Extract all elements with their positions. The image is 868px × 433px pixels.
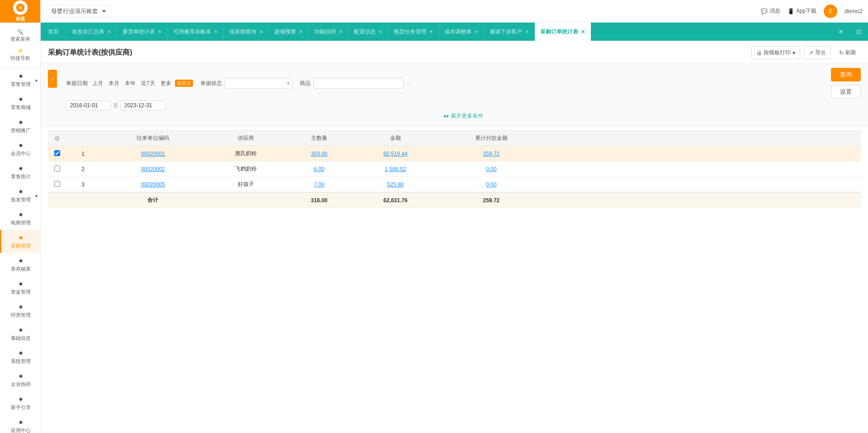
th-supplier-code: 往来单位编码	[100, 131, 206, 146]
tab-close-requisition-stats[interactable]: ✕	[158, 29, 162, 35]
tab-close-pick-task[interactable]: ✕	[429, 29, 433, 35]
cell-amount-0[interactable]: 60,519.44	[353, 146, 438, 162]
sidebar-item-retail-mgmt[interactable]: ●零售管理▲	[0, 68, 40, 91]
close-tab-btn[interactable]: ✕	[832, 23, 850, 41]
app-download-btn[interactable]: 📱 App下载	[788, 7, 816, 15]
sidebar-item-label-marketing: 营销推广	[11, 127, 31, 134]
sidebar-item-enterprise[interactable]: ●企业协同	[0, 368, 40, 391]
status-label: 单据状态	[200, 80, 222, 87]
template-print-btn[interactable]: 🖨 按模板打印 ▾	[751, 46, 800, 59]
expand-btn[interactable]: ▾▾ 展开更多条件	[443, 112, 483, 120]
page-actions: 🖨 按模板打印 ▾ ↗ 导出 ↻ 刷新	[751, 46, 861, 59]
tab-close-receive-send[interactable]: ✕	[107, 29, 111, 35]
tab-close-expiry-query[interactable]: ✕	[259, 29, 263, 35]
sidebar-item-finance[interactable]: ●资金管理	[0, 276, 40, 299]
goods-label: 商品	[300, 80, 311, 87]
company-selector[interactable]: 母婴行业演示账套	[46, 5, 112, 18]
tab-close-overstock-alert[interactable]: ✕	[299, 29, 303, 35]
date-range-row: 至	[66, 100, 861, 110]
tab-close-func-desc[interactable]: ✕	[339, 29, 343, 35]
cell-code-0[interactable]: 00020001	[100, 146, 206, 162]
sidebar-item-sys-mgmt[interactable]: ●系统管理	[0, 345, 40, 368]
cell-paid-1[interactable]: 0.00	[438, 162, 544, 177]
cell-qty-0[interactable]: 303.00	[286, 146, 353, 162]
sidebar-item-label-app-center: 应用中心	[11, 427, 31, 433]
sidebar-item-operations[interactable]: ●经营管理	[0, 299, 40, 322]
nav-tab-config-info[interactable]: 配置信息✕	[349, 23, 388, 41]
shortcut-last-7days[interactable]: 近7天	[139, 79, 157, 88]
nav-tab-usable-inventory[interactable]: 可用量库存账本✕	[168, 23, 224, 41]
nav-icon-app-center: ●	[19, 418, 23, 426]
cell-amount-1[interactable]: 1,586.52	[353, 162, 438, 177]
cell-qty-2[interactable]: 7.00	[286, 177, 353, 193]
nav-tab-overstock-alert[interactable]: 超储预警✕	[269, 23, 309, 41]
tab-close-cost-adjust[interactable]: ✕	[474, 29, 478, 35]
user-avatar[interactable]: E	[824, 5, 837, 18]
shortcut-more[interactable]: 更多	[159, 79, 173, 88]
cell-checkbox-2[interactable]	[48, 177, 66, 193]
shortcut-nav-item[interactable]: ⚡ 快捷导航	[2, 45, 38, 64]
tab-close-config-info[interactable]: ✕	[378, 29, 382, 35]
goods-filter-item: 商品 ···	[300, 78, 411, 89]
cell-extra-0	[544, 146, 861, 162]
tab-close-usable-inventory[interactable]: ✕	[214, 29, 218, 35]
tabs-container: 首页收发存汇总表✕要货单统计表✕可用量库存账本✕保质期查询✕超储预警✕功能说明✕…	[41, 23, 832, 41]
sidebar-item-member[interactable]: ●会员中心	[0, 138, 40, 161]
nav-tab-pick-task[interactable]: 拣货任务管理✕	[388, 23, 439, 41]
cell-paid-2[interactable]: 0.00	[438, 177, 544, 193]
shortcut-this-month[interactable]: 本月	[107, 79, 121, 88]
shortcut-last-month[interactable]: 上月	[90, 79, 105, 88]
sidebar-item-purchase[interactable]: ●采购管理	[0, 230, 40, 253]
sidebar-item-retail-shop[interactable]: ●零售商城	[0, 91, 40, 114]
nav-tab-invite-downstream[interactable]: 邀请下游客户✕	[484, 23, 535, 41]
tab-label-home: 首页	[48, 28, 59, 36]
query-btn[interactable]: 查询	[831, 68, 861, 81]
maximize-btn[interactable]: ⊡	[850, 23, 868, 41]
table-row: 1 00020001 惠氏奶粉 303.00 60,519.44 259.72	[48, 146, 861, 162]
nav-tab-receive-send[interactable]: 收发存汇总表✕	[66, 23, 117, 41]
sidebar-item-ecommerce[interactable]: ●电商管理	[0, 207, 40, 230]
nav-arrow-retail-mgmt: ▲	[34, 78, 38, 82]
nav-tab-func-desc[interactable]: 功能说明✕	[309, 23, 349, 41]
nav-icon-enterprise: ●	[19, 372, 23, 380]
cell-code-2[interactable]: 00020005	[100, 177, 206, 193]
sidebar-search-section: 🔍 搜索菜单 ⚡ 快捷导航	[0, 23, 40, 68]
sidebar-item-basic-info[interactable]: ●基础信息	[0, 322, 40, 345]
nav-tab-expiry-query[interactable]: 保质期查询✕	[224, 23, 269, 41]
settings-btn[interactable]: 设置	[831, 85, 861, 99]
nav-tab-home[interactable]: 首页	[41, 23, 66, 41]
gear-icon[interactable]: ⚙	[54, 135, 60, 142]
date-to-input[interactable]	[120, 100, 165, 110]
sidebar-item-marketing[interactable]: ●营销推广	[0, 114, 40, 138]
sidebar-item-retail-stats[interactable]: ●零售统计	[0, 161, 40, 184]
search-menu-item[interactable]: 🔍 搜索菜单	[2, 26, 38, 45]
print-icon: 🖨	[756, 50, 762, 56]
cell-amount-2[interactable]: 525.80	[353, 177, 438, 193]
shortcut-this-year[interactable]: 本年	[123, 79, 137, 88]
tab-close-invite-downstream[interactable]: ✕	[525, 29, 529, 35]
filter-area: › 单据日期 上月 本月 本年 近7天	[41, 63, 868, 127]
cell-paid-0[interactable]: 259.72	[438, 146, 544, 162]
export-btn[interactable]: ↗ 导出	[804, 46, 831, 59]
cell-qty-1[interactable]: 6.00	[286, 162, 353, 177]
filter-toggle-btn[interactable]: ›	[48, 70, 57, 88]
sidebar-item-new-guide[interactable]: ●新手引导	[0, 391, 40, 414]
nav-tab-purchase-order-stats[interactable]: 采购订单统计表✕	[535, 23, 591, 41]
cell-code-1[interactable]: 00020002	[100, 162, 206, 177]
sidebar-item-app-center[interactable]: ●应用中心	[0, 414, 40, 433]
topbar: 母婴行业演示账套 💬 消息 📱 App下载 E demo2	[41, 0, 868, 23]
cell-checkbox-1[interactable]	[48, 162, 66, 177]
nav-tab-cost-adjust[interactable]: 成本调整单✕	[439, 23, 484, 41]
cell-checkbox-0[interactable]	[48, 146, 66, 162]
nav-tab-requisition-stats[interactable]: 要货单统计表✕	[117, 23, 168, 41]
goods-more-icon[interactable]: ···	[406, 80, 411, 86]
message-btn[interactable]: 💬 消息	[761, 7, 780, 15]
tab-close-purchase-order-stats[interactable]: ✕	[581, 29, 585, 35]
date-from-input[interactable]	[66, 100, 111, 110]
sidebar-item-inventory[interactable]: ●库存核算	[0, 253, 40, 276]
goods-input[interactable]	[313, 78, 404, 89]
status-select[interactable]	[225, 78, 292, 89]
refresh-btn[interactable]: ↻ 刷新	[835, 47, 861, 59]
nav-icon-wholesale: ●	[19, 187, 23, 195]
sidebar-item-wholesale[interactable]: ●批发管理▲	[0, 184, 40, 207]
